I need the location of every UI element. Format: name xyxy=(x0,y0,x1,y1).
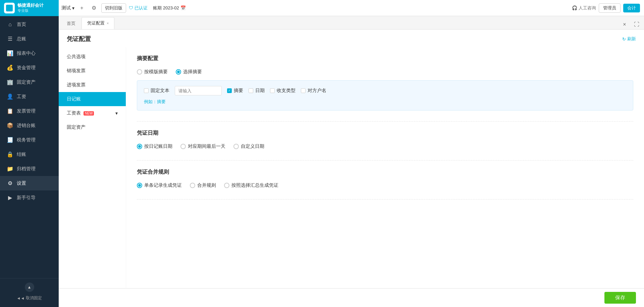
refresh-label: 刷新 xyxy=(627,36,636,42)
config-nav-public[interactable]: 公共选项 xyxy=(59,50,126,64)
up-arrow-icon[interactable]: ▲ xyxy=(25,282,34,292)
page-title: 凭证配置 xyxy=(67,35,91,43)
sidebar-item-invoice[interactable]: 📋 发票管理 xyxy=(0,104,59,118)
sidebar-nav: ⌂ 首页 ☰ 总账 📊 报表中心 💰 资金管理 🏢 固定资产 👤 工资 xyxy=(0,16,59,278)
gear-icon: ⚙ xyxy=(7,180,13,186)
sidebar-item-purchase[interactable]: 📦 进销台账 xyxy=(0,118,59,133)
config-sidebar: 公共选项 销项发票 进项发票 日记账 工资表 xyxy=(59,47,126,288)
consult-button[interactable]: 🎧 人工咨询 xyxy=(572,5,596,11)
merge-section-title: 凭证合并规则 xyxy=(137,169,633,176)
radio-summary-circle xyxy=(224,183,229,188)
page-content: 凭证配置 ↻ 刷新 公共选项 销项发票 进项发票 xyxy=(59,30,644,307)
fixed-text-option[interactable]: 固定文本 xyxy=(144,88,169,94)
accountant-button[interactable]: 会计 xyxy=(623,4,640,12)
report-icon: 📊 xyxy=(7,50,13,56)
radio-template-label: 按模版摘要 xyxy=(144,69,168,75)
summary-section-title: 摘要配置 xyxy=(137,55,633,62)
radio-merge-option[interactable]: 合并规则 xyxy=(190,182,216,188)
project-name: 测试 xyxy=(61,5,71,11)
radio-summary-label: 按照选择汇总生成凭证 xyxy=(231,182,278,188)
sidebar-item-label: 固定资产 xyxy=(17,79,36,85)
logo-title: 畅捷通好会计 xyxy=(17,3,44,8)
radio-single-option[interactable]: 单条记录生成凭证 xyxy=(137,182,182,188)
chevron-down-icon: ▾ xyxy=(115,111,118,116)
old-version-button[interactable]: 切到旧版 xyxy=(101,3,126,13)
page-header: 凭证配置 ↻ 刷新 xyxy=(59,30,644,47)
calendar-icon[interactable]: 📅 xyxy=(180,5,186,10)
radio-daily-label: 按日记账日期 xyxy=(144,143,172,149)
sidebar-item-close[interactable]: 🔒 结账 xyxy=(0,147,59,162)
tab-voucher-config[interactable]: 凭证配置 × xyxy=(82,17,114,29)
chevron-down-icon: ▾ xyxy=(72,5,74,11)
user-button[interactable]: 管理员 xyxy=(599,3,621,13)
counterparty-checkbox xyxy=(301,88,306,93)
date-radio-group: 按日记账日期 对应期间最后一天 自定义日期 xyxy=(137,143,633,149)
sidebar-item-label: 税务管理 xyxy=(17,137,36,143)
sidebar-item-ledger[interactable]: ☰ 总账 xyxy=(0,32,59,46)
sidebar-item-label: 进销台账 xyxy=(17,123,36,129)
invoice-icon: 📋 xyxy=(7,108,13,114)
headset-icon: 🎧 xyxy=(572,5,577,10)
add-button[interactable]: + xyxy=(77,3,87,13)
radio-merge-circle xyxy=(190,183,195,188)
refresh-button[interactable]: ↻ 刷新 xyxy=(622,36,636,42)
guide-icon: ▶ xyxy=(7,194,13,201)
radio-select-option[interactable]: 选择摘要 xyxy=(176,69,202,75)
radio-template-option[interactable]: 按模版摘要 xyxy=(137,69,168,75)
radio-merge-label: 合并规则 xyxy=(197,182,216,188)
save-bar: 保存 xyxy=(59,288,644,307)
summary-config-box: 固定文本 摘要 日期 xyxy=(137,80,633,111)
close-button[interactable]: × xyxy=(620,20,629,29)
summary-option[interactable]: 摘要 xyxy=(227,88,243,94)
fullscreen-button[interactable]: ⛶ xyxy=(632,20,641,29)
radio-period-option[interactable]: 对应期间最后一天 xyxy=(180,143,225,149)
tab-home[interactable]: 首页 xyxy=(61,18,81,29)
sidebar-item-label: 结账 xyxy=(17,151,26,158)
logo-sub: 专业版 xyxy=(17,8,44,13)
merge-radio-group: 单条记录生成凭证 合并规则 按照选择汇总生成凭证 xyxy=(137,182,633,188)
cancel-pin-button[interactable]: ◄◄ 取消固定 xyxy=(0,293,59,304)
radio-daily-option[interactable]: 按日记账日期 xyxy=(137,143,172,149)
sidebar-item-tax[interactable]: 🧾 税务管理 xyxy=(0,133,59,147)
sidebar-item-label: 总账 xyxy=(17,36,26,42)
save-button[interactable]: 保存 xyxy=(604,292,636,304)
sidebar-item-settings[interactable]: ⚙ 设置 xyxy=(0,176,59,190)
sidebar-item-label: 发票管理 xyxy=(17,108,36,114)
counterparty-label: 对方户名 xyxy=(308,88,326,94)
divider-1 xyxy=(137,121,633,122)
config-nav-sales-invoice[interactable]: 销项发票 xyxy=(59,64,126,78)
sidebar-item-salary[interactable]: 👤 工资 xyxy=(0,89,59,104)
sidebar-item-guide[interactable]: ▶ 新手引导 xyxy=(0,190,59,205)
salary-icon: 👤 xyxy=(7,93,13,100)
sidebar-item-capital[interactable]: 💰 资金管理 xyxy=(0,60,59,75)
refresh-icon: ↻ xyxy=(622,37,626,42)
scroll-up-btn[interactable]: ▲ xyxy=(0,282,59,293)
sidebar-item-archive[interactable]: 📁 归档管理 xyxy=(0,162,59,176)
content-area: 首页 凭证配置 × × ⛶ 凭证配置 ↻ 刷新 xyxy=(59,16,644,307)
config-nav-fixed-assets[interactable]: 固定资产 xyxy=(59,120,126,134)
project-selector[interactable]: 测试 ▾ xyxy=(61,5,74,11)
config-nav-salary-table[interactable]: 工资表 NEW ▾ xyxy=(59,106,126,120)
summary-radio-group: 按模版摘要 选择摘要 xyxy=(137,69,633,75)
radio-custom-option[interactable]: 自定义日期 xyxy=(233,143,264,149)
topbar: 畅捷通好会计 专业版 测试 ▾ + ⚙ 切到旧版 🛡 已认证 账期 2023-0… xyxy=(0,0,644,16)
income-type-option[interactable]: 收支类型 xyxy=(270,88,296,94)
income-type-checkbox xyxy=(270,88,275,93)
settings-icon[interactable]: ⚙ xyxy=(89,3,99,13)
fixed-text-input[interactable] xyxy=(175,86,222,95)
counterparty-option[interactable]: 对方户名 xyxy=(301,88,326,94)
config-nav-purchase-invoice[interactable]: 进项发票 xyxy=(59,78,126,92)
sidebar-item-report[interactable]: 📊 报表中心 xyxy=(0,46,59,60)
sidebar-item-home[interactable]: ⌂ 首页 xyxy=(0,17,59,32)
date-checkbox xyxy=(249,88,253,93)
ledger-icon: ☰ xyxy=(7,36,13,42)
logo-text-area: 畅捷通好会计 专业版 xyxy=(17,3,44,13)
sidebar-item-assets[interactable]: 🏢 固定资产 xyxy=(0,75,59,89)
example-value: 摘要 xyxy=(157,99,166,104)
date-option[interactable]: 日期 xyxy=(249,88,265,94)
config-nav-journal[interactable]: 日记账 xyxy=(59,92,126,106)
certified-status: 🛡 已认证 xyxy=(129,5,148,11)
tab-close-icon[interactable]: × xyxy=(107,21,109,25)
income-type-label: 收支类型 xyxy=(277,88,296,94)
radio-summary-option[interactable]: 按照选择汇总生成凭证 xyxy=(224,182,278,188)
